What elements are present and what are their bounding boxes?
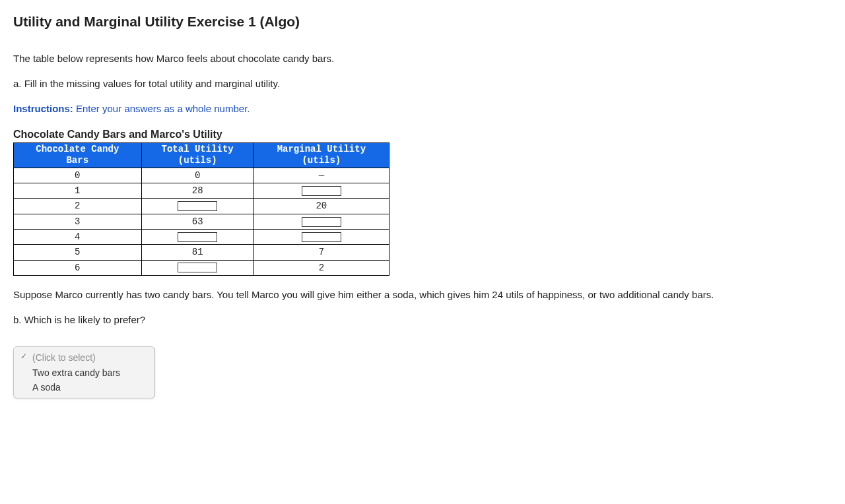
marginal-utility-input[interactable] [302, 186, 341, 196]
cell-marginal: 20 [254, 199, 389, 214]
part-b-text: b. Which is he likely to prefer? [13, 313, 832, 327]
table-row: 00— [14, 168, 389, 183]
cell-total: 28 [141, 183, 254, 199]
dropdown-placeholder[interactable]: (Click to select) [20, 350, 143, 365]
marginal-utility-input[interactable] [302, 217, 341, 227]
marginal-utility-input[interactable] [302, 232, 341, 242]
table-row: 4 [14, 230, 389, 245]
total-utility-input[interactable] [178, 201, 217, 211]
col-header-bars: Chocolate CandyBars [14, 142, 142, 168]
cell-marginal: 7 [254, 245, 389, 260]
cell-bars: 4 [14, 230, 142, 245]
cell-marginal [254, 214, 389, 229]
followup-text: Suppose Marco currently has two candy ba… [13, 288, 819, 302]
table-title: Chocolate Candy Bars and Marco's Utility [13, 127, 832, 142]
cell-bars: 5 [14, 245, 142, 260]
table-row: 128 [14, 183, 389, 199]
table-row: 5817 [14, 245, 389, 260]
instructions-label: Instructions: [13, 103, 73, 114]
cell-total [141, 199, 254, 214]
instructions-line: Instructions: Enter your answers as a wh… [13, 102, 832, 116]
cell-bars: 2 [14, 199, 142, 214]
cell-bars: 1 [14, 183, 142, 199]
col-header-marginal: Marginal Utility(utils) [254, 142, 389, 168]
page-title: Utility and Marginal Utility Exercise 1 … [13, 12, 832, 32]
cell-bars: 0 [14, 168, 142, 183]
utility-table: Chocolate CandyBars Total Utility(utils)… [13, 142, 389, 276]
col-header-total: Total Utility(utils) [141, 142, 254, 168]
table-row: 220 [14, 199, 389, 214]
cell-total [141, 230, 254, 245]
cell-bars: 3 [14, 214, 142, 229]
answer-dropdown[interactable]: (Click to select) Two extra candy bars A… [13, 346, 155, 398]
part-a-text: a. Fill in the missing values for total … [13, 77, 832, 91]
cell-total: 81 [141, 245, 254, 260]
total-utility-input[interactable] [178, 232, 217, 242]
dropdown-option-soda[interactable]: A soda [20, 380, 143, 394]
total-utility-input[interactable] [178, 263, 217, 272]
cell-marginal [254, 230, 389, 245]
instructions-text: Enter your answers as a whole number. [73, 103, 250, 114]
cell-total: 0 [141, 168, 254, 183]
table-row: 363 [14, 214, 389, 229]
cell-total: 63 [141, 214, 254, 229]
table-row: 62 [14, 260, 389, 275]
cell-marginal [254, 183, 389, 199]
cell-marginal: — [254, 168, 389, 183]
cell-bars: 6 [14, 260, 142, 275]
dropdown-option-candy[interactable]: Two extra candy bars [20, 365, 143, 380]
intro-text: The table below represents how Marco fee… [13, 51, 832, 66]
cell-marginal: 2 [254, 260, 389, 275]
cell-total [141, 260, 254, 275]
